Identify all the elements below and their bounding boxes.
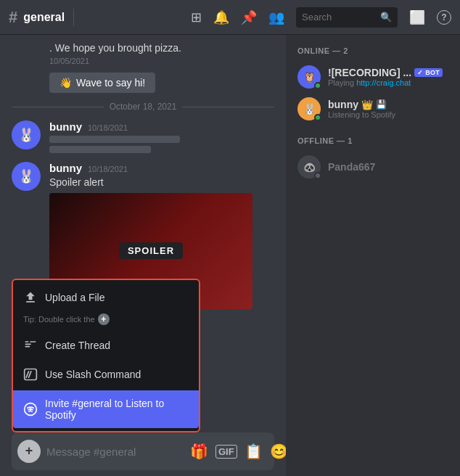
context-tip: Tip: Double click the +	[13, 312, 199, 331]
pin-icon[interactable]: 📌	[241, 9, 257, 25]
username-bunny: bunny 👑 💾	[328, 99, 448, 110]
hash-icon: #	[9, 8, 17, 27]
status-dot-recording	[314, 82, 321, 89]
username-text-panda: Panda667	[328, 161, 375, 173]
help-icon[interactable]: ?	[437, 10, 451, 25]
pizza-message: . We hope you brought pizza.	[0, 41, 286, 55]
msg-username-bunny2: bunny	[49, 162, 82, 174]
sidebar-user-bunny[interactable]: 🐰 bunny 👑 💾 Listening to Spotify	[289, 93, 457, 125]
plus-icon: +	[25, 443, 33, 459]
search-icon: 🔍	[380, 12, 392, 22]
create-thread-label: Create Thread	[45, 340, 110, 351]
bot-badge: ✓ BOT	[414, 68, 443, 77]
pizza-timestamp: 10/05/2021	[0, 55, 286, 67]
wave-btn-container: 👋 Wave to say hi!	[0, 67, 286, 96]
activity-link: http://craig.chat	[356, 78, 411, 87]
plus-circle-icon: +	[98, 313, 110, 325]
user-info-recording: ![RECORDING] ... ✓ BOT Playing http://cr…	[328, 67, 448, 87]
date-divider: October 18, 2021	[0, 96, 286, 118]
gift-icon[interactable]: 🎁	[190, 443, 208, 460]
sticker-icon[interactable]: 📋	[245, 443, 263, 460]
avatar-recording: 🦉	[297, 65, 321, 89]
input-icons: 🎁 GIF 📋 😊	[190, 443, 286, 460]
upload-icon	[23, 290, 38, 305]
wave-button[interactable]: 👋 Wave to say hi!	[49, 73, 155, 93]
svg-point-6	[29, 408, 31, 410]
msg-header-bunny1: bunny 10/18/2021	[49, 120, 274, 133]
svg-rect-3	[30, 341, 36, 342]
slash-icon	[23, 367, 38, 382]
emoji-icon[interactable]: 😊	[270, 443, 286, 460]
sidebar-user-panda[interactable]: 🐼 Panda667	[289, 151, 457, 183]
add-file-button[interactable]: +	[17, 440, 41, 463]
upload-label: Upload a File	[45, 292, 105, 303]
online-section-header: ONLINE — 2	[286, 44, 460, 61]
bot-label: BOT	[425, 69, 440, 76]
activity-bunny: Listening to Spotify	[328, 110, 448, 119]
search-input[interactable]	[302, 12, 376, 22]
context-menu: Upload a File Tip: Double click the + Cr…	[12, 279, 200, 432]
wave-emoji: 👋	[59, 77, 72, 89]
topbar: # general ⊞ 🔔 📌 👥 🔍 ⬜ ?	[0, 0, 460, 35]
bell-icon[interactable]: 🔔	[213, 9, 229, 25]
spotify-icon	[23, 402, 38, 416]
status-dot-panda	[314, 172, 321, 179]
avatar-panda: 🐼	[297, 155, 321, 178]
input-bar: + 🎁 GIF 📋 😊	[12, 432, 274, 470]
inbox-icon[interactable]: ⬜	[409, 9, 425, 25]
gif-icon[interactable]: GIF	[215, 445, 237, 459]
message-group-bunny1: 🐰 bunny 10/18/2021	[0, 118, 286, 156]
search-bar[interactable]: 🔍	[296, 7, 398, 28]
message-input[interactable]	[46, 446, 184, 458]
msg-username-bunny1: bunny	[49, 120, 82, 133]
context-item-slash-command[interactable]: Use Slash Command	[13, 360, 199, 389]
msg-blurred-line2	[49, 146, 151, 153]
tip-text: Tip: Double click the	[23, 315, 95, 324]
status-dot-bunny	[314, 114, 321, 121]
chat-area: . We hope you brought pizza. 10/05/2021 …	[0, 35, 286, 476]
username-panda: Panda667	[328, 161, 448, 173]
msg-blurred-line1	[49, 136, 180, 143]
checkmark-icon: ✓	[417, 69, 423, 76]
wave-label: Wave to say hi!	[76, 77, 145, 89]
sidebar-user-recording[interactable]: 🦉 ![RECORDING] ... ✓ BOT Playing http://…	[289, 61, 457, 93]
svg-rect-0	[25, 341, 29, 342]
slash-command-label: Use Slash Command	[45, 369, 141, 380]
msg-content-bunny1: bunny 10/18/2021	[49, 120, 274, 153]
avatar-bunny1: 🐰	[12, 120, 41, 149]
date-label: October 18, 2021	[110, 102, 177, 112]
username-text-bunny: bunny	[328, 99, 358, 110]
user-info-panda: Panda667	[328, 161, 448, 173]
msg-header-bunny2: bunny 10/18/2021	[49, 162, 274, 174]
thread-icon	[23, 338, 38, 353]
user-info-bunny: bunny 👑 💾 Listening to Spotify	[328, 99, 448, 119]
username-text-recording: ![RECORDING] ...	[328, 67, 411, 78]
activity-recording: Playing http://craig.chat	[328, 78, 448, 87]
avatar-bunny2: 🐰	[12, 162, 41, 191]
save-icon: 💾	[376, 99, 387, 110]
msg-timestamp-bunny2: 10/18/2021	[88, 165, 128, 173]
spoiler-tag: SPOILER	[119, 242, 183, 259]
context-item-invite-spotify[interactable]: Invite #general to Listen to Spotify	[13, 390, 199, 428]
msg-timestamp-bunny1: 10/18/2021	[88, 123, 128, 132]
main-layout: . We hope you brought pizza. 10/05/2021 …	[0, 35, 460, 476]
msg-text-spoiler-alert: Spoiler alert	[49, 176, 274, 190]
hashtag-threads-icon[interactable]: ⊞	[191, 9, 202, 25]
svg-rect-2	[25, 346, 30, 348]
avatar-bunny-sidebar: 🐰	[297, 97, 321, 120]
context-item-upload[interactable]: Upload a File	[13, 283, 199, 312]
context-item-create-thread[interactable]: Create Thread	[13, 331, 199, 360]
crown-icon: 👑	[361, 99, 373, 110]
svg-rect-1	[25, 344, 31, 345]
channel-name: general	[23, 11, 65, 24]
members-icon[interactable]: 👥	[268, 9, 284, 25]
sidebar: ONLINE — 2 🦉 ![RECORDING] ... ✓ BOT Play…	[286, 35, 460, 476]
topbar-divider	[73, 9, 74, 26]
invite-spotify-label: Invite #general to Listen to Spotify	[45, 398, 189, 421]
offline-section-header: OFFLINE — 1	[286, 134, 460, 151]
username-recording: ![RECORDING] ... ✓ BOT	[328, 67, 448, 78]
topbar-icons: ⊞ 🔔 📌 👥 🔍 ⬜ ?	[191, 7, 451, 28]
